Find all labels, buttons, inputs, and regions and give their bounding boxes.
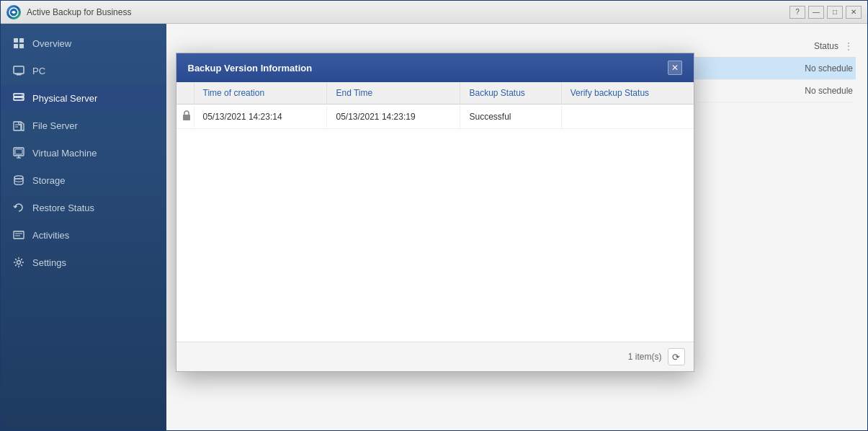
title-bar: Active Backup for Business ? — □ ✕ <box>1 1 867 24</box>
sidebar-item-virtual-machine[interactable]: Virtual Machine <box>1 139 166 166</box>
close-window-button[interactable]: ✕ <box>846 6 862 19</box>
backup-status-header[interactable]: Backup Status <box>460 82 561 105</box>
sidebar-label-pc: PC <box>32 66 45 76</box>
sidebar: Overview PC <box>1 24 166 430</box>
server-icon <box>12 92 25 105</box>
cell-backup-status: Successful <box>460 105 561 129</box>
minimize-button[interactable]: — <box>808 6 824 19</box>
sidebar-item-restore-status[interactable]: Restore Status <box>1 194 166 221</box>
cell-end-time: 05/13/2021 14:23:19 <box>327 105 460 129</box>
sidebar-label-virtual-machine: Virtual Machine <box>32 148 97 159</box>
svg-rect-2 <box>19 38 24 43</box>
table-header-row: Time of creation End Time Backup Status … <box>176 82 694 105</box>
svg-rect-25 <box>183 115 190 120</box>
activities-icon <box>12 228 25 241</box>
storage-icon <box>12 174 25 187</box>
sidebar-item-storage[interactable]: Storage <box>1 166 166 194</box>
svg-rect-4 <box>19 44 24 48</box>
verify-backup-status-header[interactable]: Verify backup Status <box>561 82 693 105</box>
refresh-button[interactable]: ⟳ <box>668 348 685 365</box>
item-count: 1 item(s) <box>628 352 662 362</box>
title-bar-title: Active Backup for Business <box>27 7 131 17</box>
sidebar-label-storage: Storage <box>32 175 66 186</box>
cell-verify-backup-status <box>561 105 693 129</box>
modal-overlay: Backup Version Information ✕ Time of cre… <box>166 24 867 430</box>
svg-rect-1 <box>14 38 18 43</box>
modal-footer: 1 item(s) ⟳ <box>176 342 694 371</box>
modal-close-button[interactable]: ✕ <box>668 61 682 75</box>
sidebar-label-activities: Activities <box>32 230 69 241</box>
svg-rect-5 <box>14 66 24 74</box>
sidebar-item-pc[interactable]: PC <box>1 57 166 84</box>
sidebar-item-activities[interactable]: Activities <box>1 221 166 249</box>
title-bar-controls: ? — □ ✕ <box>789 6 862 19</box>
app-window: Active Backup for Business ? — □ ✕ <box>0 0 868 431</box>
sidebar-item-file-server[interactable]: File Server <box>1 112 166 139</box>
modal-title: Backup Version Information <box>188 63 313 74</box>
backup-version-modal: Backup Version Information ✕ Time of cre… <box>176 53 694 372</box>
svg-point-10 <box>22 94 23 96</box>
svg-rect-3 <box>14 44 18 48</box>
table-row[interactable]: 05/13/2021 14:23:14 05/13/2021 14:23:19 … <box>176 105 694 129</box>
sidebar-label-physical-server: Physical Server <box>32 93 97 104</box>
maximize-button[interactable]: □ <box>827 6 843 19</box>
sidebar-label-settings: Settings <box>32 257 66 268</box>
help-button[interactable]: ? <box>789 6 805 19</box>
sidebar-item-physical-server[interactable]: Physical Server <box>1 84 166 112</box>
pc-icon <box>12 64 25 77</box>
sidebar-label-overview: Overview <box>32 38 71 49</box>
sidebar-label-file-server: File Server <box>32 120 78 131</box>
cell-time-of-creation: 05/13/2021 14:23:14 <box>194 105 327 129</box>
restore-icon <box>12 201 25 214</box>
right-panel: Status ⋮ No schedule No schedule Backup … <box>166 24 867 430</box>
title-bar-left: Active Backup for Business <box>6 5 131 19</box>
sidebar-item-settings[interactable]: Settings <box>1 249 166 276</box>
svg-point-24 <box>17 261 21 265</box>
file-server-icon <box>12 119 25 132</box>
end-time-header[interactable]: End Time <box>327 82 460 105</box>
svg-rect-12 <box>14 122 21 130</box>
lock-col-header <box>176 82 194 105</box>
app-icon <box>6 5 21 19</box>
settings-icon <box>12 256 25 269</box>
modal-header: Backup Version Information ✕ <box>176 53 694 82</box>
vm-icon <box>12 146 25 159</box>
backup-version-table: Time of creation End Time Backup Status … <box>176 82 694 129</box>
sidebar-item-overview[interactable]: Overview <box>1 30 166 57</box>
lock-icon <box>176 105 194 129</box>
svg-rect-21 <box>14 231 24 239</box>
sidebar-label-restore-status: Restore Status <box>32 203 94 213</box>
overview-icon <box>12 37 25 50</box>
modal-body: Time of creation End Time Backup Status … <box>176 82 694 342</box>
svg-rect-16 <box>15 149 22 154</box>
main-content: Overview PC <box>1 24 867 430</box>
time-of-creation-header[interactable]: Time of creation <box>194 82 327 105</box>
svg-point-11 <box>22 98 23 99</box>
